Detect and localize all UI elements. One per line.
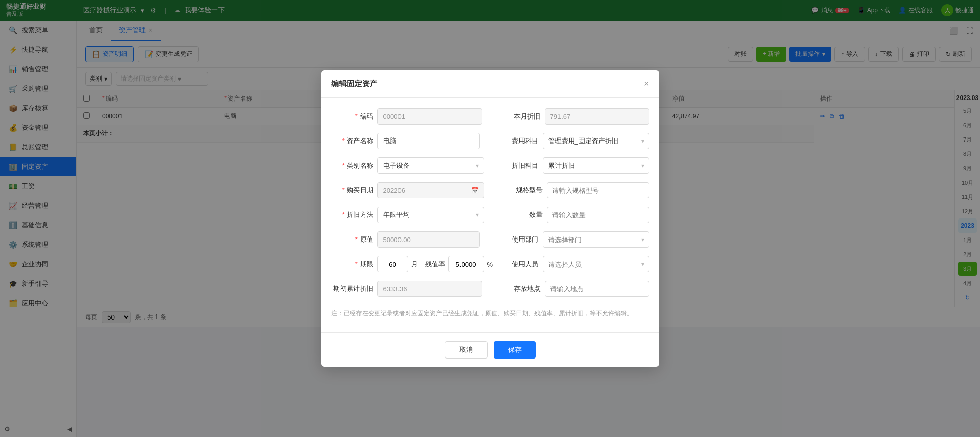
cancel-button[interactable]: 取消 (445, 341, 488, 359)
dept-select-wrap: ▾ (543, 231, 649, 248)
form-col-cum-dep: 期初累计折旧 (331, 281, 482, 297)
dep-account-label: 折旧科目 (496, 161, 543, 170)
form-row-7: * 期限 月 残值率 % 使用人员 (331, 256, 649, 272)
period-label: * 期限 (331, 260, 377, 269)
category-select-wrap: ▾ (377, 157, 484, 174)
person-input[interactable] (543, 256, 649, 272)
residual-unit: % (487, 261, 493, 268)
form-col-period: * 期限 月 残值率 % (331, 256, 493, 272)
dep-method-select-wrap: ▾ (377, 207, 484, 223)
modal-footer: 取消 保存 (321, 332, 659, 367)
form-col-purchase-date: * 购买日期 📅 (331, 182, 484, 198)
form-row-2: * 资产名称 费用科目 ▾ (331, 133, 649, 149)
edit-modal: 编辑固定资产 × * 编码 本月折旧 (321, 70, 659, 367)
form-col-qty: 数量 (501, 207, 649, 223)
purchase-date-wrap: 📅 (377, 182, 484, 198)
modal-title: 编辑固定资产 (331, 79, 377, 89)
form-col-dep-method: * 折旧方法 ▾ (331, 207, 484, 223)
form-col-original-value: * 原值 (331, 231, 480, 248)
save-button[interactable]: 保存 (494, 341, 536, 359)
original-value-label: * 原值 (331, 235, 377, 244)
spec-label: 规格型号 (501, 186, 547, 195)
asset-name-input[interactable] (377, 133, 480, 149)
modal-body: * 编码 本月折旧 * 资产名称 (321, 98, 659, 332)
form-col-spec: 规格型号 (501, 182, 649, 198)
location-label: 存放地点 (498, 284, 545, 293)
month-dep-label: 本月折旧 (498, 112, 545, 121)
form-row-4: * 购买日期 📅 规格型号 (331, 182, 649, 198)
asset-name-label: * 资产名称 (331, 136, 377, 146)
modal-note: 注：已经存在变更记录或者对应固定资产已经生成凭证，原值、购买日期、残值率、累计折… (331, 305, 649, 322)
qty-label: 数量 (501, 210, 547, 220)
form-col-name: * 资产名称 (331, 133, 480, 149)
period-wrap: 月 残值率 % (377, 256, 493, 272)
form-col-person: 使用人员 ▾ (496, 256, 649, 272)
form-row-3: * 类别名称 ▾ 折旧科目 ▾ (331, 157, 649, 174)
category-input[interactable] (377, 157, 484, 174)
cum-dep-input (377, 281, 482, 297)
purchase-date-input[interactable] (377, 182, 484, 198)
cum-dep-label: 期初累计折旧 (331, 284, 377, 293)
residual-label: 残值率 (425, 260, 445, 269)
dept-input[interactable] (543, 231, 649, 248)
person-select-wrap: ▾ (543, 256, 649, 272)
form-col-dept: 使用部门 ▾ (496, 231, 649, 248)
location-input[interactable] (545, 281, 649, 297)
form-col-category: * 类别名称 ▾ (331, 157, 484, 174)
category-label: * 类别名称 (331, 161, 377, 170)
qty-input[interactable] (547, 207, 649, 223)
form-row-5: * 折旧方法 ▾ 数量 (331, 207, 649, 223)
residual-input[interactable] (448, 256, 484, 272)
expense-label: 费用科目 (496, 136, 543, 146)
form-row-8: 期初累计折旧 存放地点 (331, 281, 649, 297)
modal-close-icon[interactable]: × (644, 78, 649, 89)
period-input[interactable] (377, 256, 408, 272)
month-dep-input (545, 108, 649, 125)
form-col-expense: 费用科目 ▾ (496, 133, 649, 149)
dep-method-input[interactable] (377, 207, 484, 223)
expense-select-wrap: ▾ (543, 133, 649, 149)
period-unit: 月 (411, 260, 418, 269)
modal-overlay: 编辑固定资产 × * 编码 本月折旧 (0, 0, 980, 437)
code-input[interactable] (377, 108, 482, 125)
form-col-location: 存放地点 (498, 281, 649, 297)
dep-account-select-wrap: ▾ (543, 157, 649, 174)
form-row-6: * 原值 使用部门 ▾ (331, 231, 649, 248)
purchase-date-label: * 购买日期 (331, 186, 377, 195)
person-label: 使用人员 (496, 260, 543, 269)
form-col-code: * 编码 (331, 108, 482, 125)
dep-account-input[interactable] (543, 157, 649, 174)
dep-method-label: * 折旧方法 (331, 210, 377, 220)
code-label: * 编码 (331, 112, 377, 121)
form-col-dep-account: 折旧科目 ▾ (496, 157, 649, 174)
form-col-month-dep: 本月折旧 (498, 108, 649, 125)
modal-header: 编辑固定资产 × (321, 70, 659, 98)
spec-input[interactable] (547, 182, 649, 198)
dept-label: 使用部门 (496, 235, 543, 244)
original-value-input[interactable] (377, 231, 480, 248)
expense-input[interactable] (543, 133, 649, 149)
form-row-1: * 编码 本月折旧 (331, 108, 649, 125)
